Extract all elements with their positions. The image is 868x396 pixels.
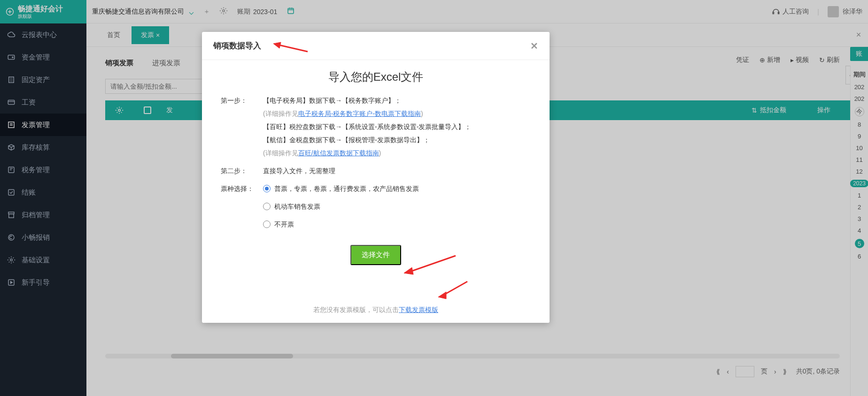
radio-icon (263, 203, 271, 210)
step1-line2: 【百旺】税控盘数据下载→【系统设置-系统参数设置-发票批量导入】； (263, 120, 531, 133)
import-modal: 销项数据导入 ✕ 导入您的Excel文件 第一步： 【电子税务局】数据下载→【税… (202, 32, 550, 323)
radio-option-vehicle[interactable]: 机动车销售发票 (263, 200, 531, 213)
link-download-template[interactable]: 下载发票模版 (399, 306, 438, 313)
modal-header: 销项数据导入 ✕ (202, 32, 550, 60)
modal-footer: 若您没有发票模版，可以点击下载发票模版 (202, 297, 550, 323)
radio-group-label: 票种选择： (221, 182, 263, 236)
step2-text: 直接导入文件，无需整理 (263, 164, 531, 177)
step1-hint2: (详细操作见百旺/航信发票数据下载指南) (263, 146, 531, 160)
link-etax-guide[interactable]: 电子税务局-税务数字账户-数电票下载指南 (298, 110, 421, 117)
step1-line3: 【航信】金税盘数据下载→【报税管理-发票数据导出】； (263, 133, 531, 146)
radio-icon (263, 185, 271, 192)
step1-label: 第一步： (221, 94, 263, 160)
radio-option-none[interactable]: 不开票 (263, 218, 531, 231)
step2-label: 第二步： (221, 164, 263, 177)
select-file-button[interactable]: 选择文件 (350, 245, 401, 265)
modal-title-small: 销项数据导入 (213, 40, 261, 51)
radio-option-general[interactable]: 普票，专票，卷票，通行费发票，农产品销售发票 (263, 182, 531, 195)
radio-icon (263, 221, 271, 228)
modal-body: 导入您的Excel文件 第一步： 【电子税务局】数据下载→【税务数字账户】； (… (202, 60, 550, 297)
step1-line1: 【电子税务局】数据下载→【税务数字账户】； (263, 94, 531, 107)
modal-title: 导入您的Excel文件 (221, 69, 531, 84)
modal-close-button[interactable]: ✕ (530, 40, 538, 52)
step1-hint1: (详细操作见电子税务局-税务数字账户-数电票下载指南) (263, 107, 531, 120)
link-bw-hx-guide[interactable]: 百旺/航信发票数据下载指南 (298, 149, 379, 157)
